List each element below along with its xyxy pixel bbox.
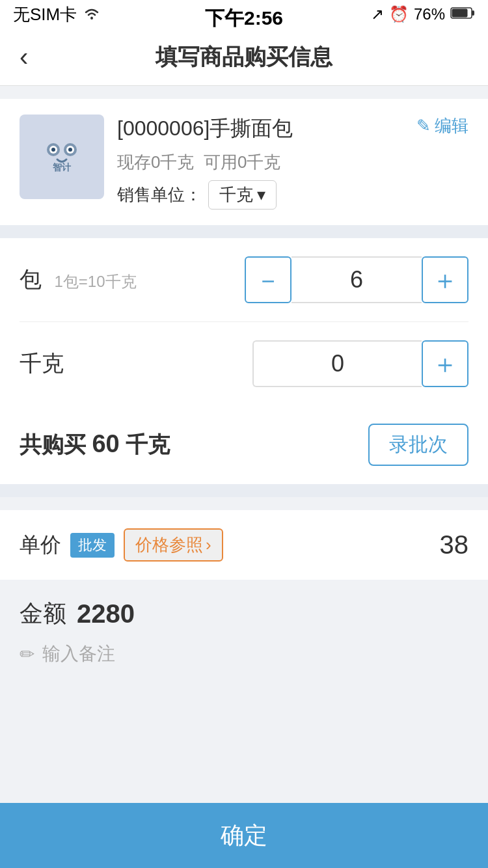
confirm-label: 确定 bbox=[221, 820, 267, 852]
total-text: 共购买 60 千克 bbox=[20, 430, 170, 460]
status-right: ↗ ⏰ 76% bbox=[371, 5, 475, 23]
battery-icon bbox=[450, 5, 475, 23]
price-type-tag: 批发 bbox=[70, 533, 115, 558]
package-sub: 1包=10千克 bbox=[54, 273, 136, 290]
product-name: [0000006]手撕面包 bbox=[117, 115, 468, 143]
package-input[interactable] bbox=[291, 256, 422, 303]
product-unit-row: 销售单位： 千克 ▾ bbox=[117, 180, 468, 210]
amount-section: 金额 2280 ✏ 输入备注 bbox=[0, 580, 488, 673]
price-label: 单价 bbox=[20, 531, 61, 560]
amount-value: 2280 bbox=[77, 599, 135, 629]
total-section: 共购买 60 千克 录批次 bbox=[0, 405, 488, 484]
product-image: 智计 bbox=[20, 115, 104, 199]
price-ref-label: 价格参照 bbox=[135, 534, 203, 556]
carrier-text: 无SIM卡 bbox=[13, 3, 77, 26]
section-divider-2 bbox=[0, 484, 488, 497]
amount-row: 金额 2280 bbox=[20, 598, 468, 630]
batch-button[interactable]: 录批次 bbox=[368, 424, 468, 466]
package-controls: － ＋ bbox=[245, 256, 468, 303]
edit-label: 编辑 bbox=[435, 115, 468, 137]
svg-point-9 bbox=[68, 148, 72, 152]
amount-label: 金额 bbox=[20, 598, 66, 630]
product-card: 智计 [0000006]手撕面包 现存0千克 可用0千克 销售单位： 千克 ▾ … bbox=[0, 99, 488, 225]
status-left: 无SIM卡 bbox=[13, 3, 102, 26]
kg-row: 千克 ＋ bbox=[20, 322, 468, 405]
product-thumbnail-icon: 智计 bbox=[39, 130, 85, 183]
svg-rect-3 bbox=[452, 9, 468, 18]
note-icon: ✏ bbox=[20, 644, 34, 665]
kg-controls: ＋ bbox=[252, 340, 468, 387]
price-section: 单价 批发 价格参照 › 38 bbox=[0, 510, 488, 580]
kg-plus-button[interactable]: ＋ bbox=[422, 340, 468, 387]
product-info: [0000006]手撕面包 现存0千克 可用0千克 销售单位： 千克 ▾ bbox=[117, 115, 468, 210]
note-row[interactable]: ✏ 输入备注 bbox=[20, 642, 468, 666]
price-ref-arrow-icon: › bbox=[206, 535, 211, 555]
edit-icon: ✎ bbox=[416, 116, 431, 136]
price-reference-button[interactable]: 价格参照 › bbox=[124, 528, 223, 562]
confirm-button[interactable]: 确定 bbox=[0, 803, 488, 868]
page-title: 填写商品购买信息 bbox=[156, 42, 332, 72]
product-stock: 现存0千克 可用0千克 bbox=[117, 151, 468, 174]
svg-text:智计: 智计 bbox=[52, 162, 72, 172]
section-divider-1 bbox=[0, 225, 488, 238]
package-row: 包 1包=10千克 － ＋ bbox=[20, 238, 468, 322]
edit-button[interactable]: ✎ 编辑 bbox=[416, 115, 468, 137]
kg-input[interactable] bbox=[252, 340, 422, 387]
svg-point-0 bbox=[90, 17, 93, 20]
quantity-section: 包 1包=10千克 － ＋ 千克 ＋ bbox=[0, 238, 488, 405]
status-bar: 无SIM卡 下午2:56 ↗ ⏰ 76% bbox=[0, 0, 488, 29]
package-label: 包 1包=10千克 bbox=[20, 265, 245, 295]
alarm-icon: ⏰ bbox=[389, 5, 409, 23]
battery-text: 76% bbox=[414, 5, 445, 23]
dropdown-arrow-icon: ▾ bbox=[257, 185, 265, 205]
wifi-icon bbox=[82, 5, 102, 25]
svg-point-8 bbox=[51, 148, 55, 152]
nav-bar: ‹ 填写商品购买信息 bbox=[0, 29, 488, 86]
package-plus-button[interactable]: ＋ bbox=[422, 256, 468, 303]
back-button[interactable]: ‹ bbox=[20, 42, 28, 72]
note-placeholder: 输入备注 bbox=[42, 642, 115, 666]
kg-label: 千克 bbox=[20, 349, 252, 379]
location-icon: ↗ bbox=[371, 5, 384, 23]
svg-rect-2 bbox=[472, 10, 474, 16]
status-time: 下午2:56 bbox=[205, 5, 283, 32]
unit-selector[interactable]: 千克 ▾ bbox=[208, 180, 277, 210]
package-minus-button[interactable]: － bbox=[245, 256, 291, 303]
price-value: 38 bbox=[440, 530, 469, 560]
unit-label: 销售单位： bbox=[117, 183, 202, 206]
bottom-spacer bbox=[0, 673, 488, 777]
